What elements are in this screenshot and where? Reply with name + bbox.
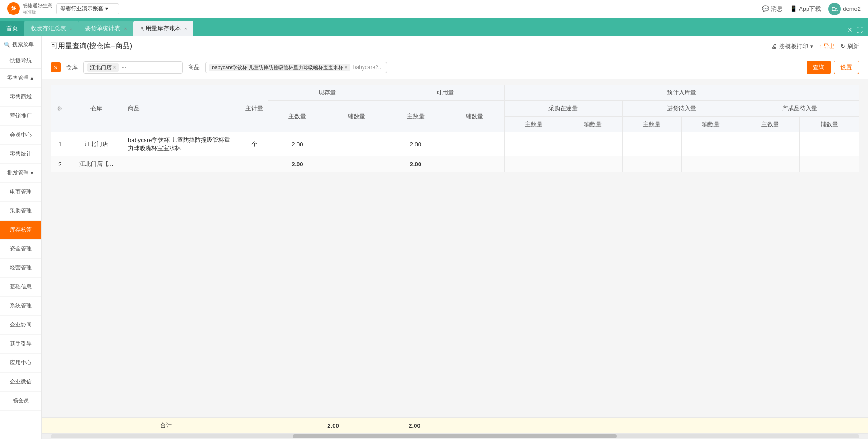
sidebar-item-retail-stats[interactable]: 零售统计 xyxy=(0,145,41,164)
sidebar-item-operations[interactable]: 经营管理 xyxy=(0,259,41,278)
sidebar-item-purchase-mgmt[interactable]: 采购管理 xyxy=(0,202,41,221)
cell-product-1: babycare学饮杯 儿童防摔防撞吸管杯重力球吸嘴杯宝宝水杯 xyxy=(123,132,241,156)
cell-seq-1: 1 xyxy=(51,132,69,156)
cell-p-aux-1 xyxy=(563,132,623,156)
export-button[interactable]: ↑ 导出 xyxy=(819,42,835,51)
th-warehouse: 仓库 xyxy=(69,85,123,132)
sidebar-item-marketing[interactable]: 营销推广 xyxy=(0,107,41,126)
sidebar-item-enterprise-wechat[interactable]: 企业微信 xyxy=(0,373,41,392)
tab-receipts-close[interactable]: × xyxy=(70,26,72,31)
refresh-button[interactable]: ↻ 刷新 xyxy=(840,42,859,51)
sidebar-item-finance[interactable]: 资金管理 xyxy=(0,240,41,259)
tab-available-stock-close[interactable]: × xyxy=(184,26,187,31)
nav-close-icon[interactable]: ✕ xyxy=(847,26,853,33)
warehouse-filter-ellipsis[interactable]: ··· xyxy=(122,64,126,71)
th-p-main: 主数量 xyxy=(504,117,563,132)
app-download-button[interactable]: 📱 App下载 xyxy=(790,5,821,13)
sidebar-item-wholesale-mgmt[interactable]: 批发管理 ▼ xyxy=(0,164,41,183)
th-unit: 主计量 xyxy=(241,85,268,132)
sidebar-item-system-mgmt[interactable]: 系统管理 xyxy=(0,297,41,316)
sidebar-item-retail-stats-label: 零售统计 xyxy=(10,150,32,158)
sidebar-item-finance-label: 资金管理 xyxy=(10,245,32,253)
tab-receipts-label: 收发存汇总表 xyxy=(31,24,66,33)
page-header: 可用量查询(按仓库+商品) 🖨 按模板打印 ▾ ↑ 导出 ↻ 刷新 xyxy=(42,36,868,56)
th-settings[interactable]: ⚙ xyxy=(51,85,69,132)
header-actions: 🖨 按模板打印 ▾ ↑ 导出 ↻ 刷新 xyxy=(771,42,859,51)
product-tag-remove[interactable]: × xyxy=(344,65,347,70)
cell-avail-aux-2 xyxy=(445,156,505,172)
sidebar-quick-nav[interactable]: 快捷导航 xyxy=(0,53,41,69)
footer-avail-main: 2.00 xyxy=(394,422,435,429)
cell-seq-2: 2 xyxy=(51,156,69,172)
warehouse-tag: 江北门店 × xyxy=(87,63,119,72)
th-stock-group: 现存量 xyxy=(268,85,386,101)
tab-order-stats-close[interactable]: × xyxy=(124,26,127,31)
product-filter-ellipsis[interactable]: babycare?... xyxy=(353,64,383,71)
message-button[interactable]: 💬 消息 xyxy=(762,5,783,13)
table-row: 2 江北门店【... 2.00 2.00 xyxy=(51,156,859,172)
sidebar-item-new-guide[interactable]: 新手引导 xyxy=(0,335,41,354)
sidebar-item-basic-info[interactable]: 基础信息 xyxy=(0,278,41,297)
print-icon: 🖨 xyxy=(771,43,777,50)
print-button[interactable]: 🖨 按模板打印 ▾ xyxy=(771,42,813,51)
cell-pr-aux-2 xyxy=(800,156,859,172)
tab-available-stock-label: 可用量库存账本 xyxy=(140,24,181,33)
scrollbar-track[interactable] xyxy=(51,434,859,438)
industry-selector[interactable]: 母婴行业演示账套 ▾ xyxy=(56,3,119,14)
nav-right-icons: ✕ ⛶ xyxy=(847,26,863,33)
logo-icon: 好 xyxy=(7,2,20,15)
expand-button[interactable]: » xyxy=(51,62,61,72)
warehouse-filter-area[interactable]: 江北门店 × ··· xyxy=(83,61,183,74)
warehouse-tag-remove[interactable]: × xyxy=(113,64,116,71)
sidebar-item-member-plus[interactable]: 畅会员 xyxy=(0,392,41,411)
th-planned-in-group: 预计入库量 xyxy=(504,85,859,101)
sidebar-item-retail-mgmt[interactable]: 零售管理 ▲ xyxy=(0,69,41,88)
th-p-aux: 辅数量 xyxy=(563,117,623,132)
sidebar-item-wholesale-mgmt-label: 批发管理 xyxy=(7,169,29,177)
product-tag-text: babycare学饮杯 儿童防摔防撞吸管杯重力球吸嘴杯宝宝水杯 xyxy=(212,64,343,71)
cell-avail-main-2: 2.00 xyxy=(386,156,445,172)
filter-row: » 仓库 江北门店 × ··· 商品 babycare学饮杯 儿童防摔防撞吸管杯… xyxy=(42,56,868,79)
warehouse-filter-label: 仓库 xyxy=(66,63,78,71)
message-icon: 💬 xyxy=(762,5,769,12)
sidebar-item-member-plus-label: 畅会员 xyxy=(13,397,29,405)
sidebar-item-retail-mall[interactable]: 零售商城 xyxy=(0,88,41,107)
nav-expand-icon[interactable]: ⛶ xyxy=(856,26,863,33)
th-pr-main: 主数量 xyxy=(741,117,800,132)
settings-button[interactable]: 设置 xyxy=(834,61,859,74)
sidebar-search[interactable]: 🔍 搜索菜单 xyxy=(0,36,41,53)
cell-pr-main-2 xyxy=(741,156,800,172)
th-avail-main: 主数量 xyxy=(386,101,445,132)
sidebar-search-label: 搜索菜单 xyxy=(12,41,34,48)
sidebar-item-enterprise-wechat-label: 企业微信 xyxy=(10,378,32,386)
product-filter-area[interactable]: babycare学饮杯 儿童防摔防撞吸管杯重力球吸嘴杯宝宝水杯 × babyca… xyxy=(205,62,387,73)
sidebar-item-member-center[interactable]: 会员中心 xyxy=(0,126,41,145)
sidebar-item-member-center-label: 会员中心 xyxy=(10,131,32,139)
page-title: 可用量查询(按仓库+商品) xyxy=(51,42,132,51)
cell-avail-aux-1 xyxy=(445,132,505,156)
scrollbar-thumb[interactable] xyxy=(293,434,616,438)
cell-product-2 xyxy=(123,156,241,172)
sidebar-item-app-center[interactable]: 应用中心 xyxy=(0,354,41,373)
th-goods-incoming: 进货待入量 xyxy=(623,101,741,117)
product-filter-label: 商品 xyxy=(188,63,200,71)
th-product: 商品 xyxy=(123,85,241,132)
cell-pr-aux-1 xyxy=(800,132,859,156)
sidebar-item-ecommerce[interactable]: 电商管理 xyxy=(0,183,41,202)
settings-icon: ⚙ xyxy=(57,105,63,112)
sidebar-item-new-guide-label: 新手引导 xyxy=(10,340,32,348)
user-info[interactable]: Ea demo2 xyxy=(828,3,861,15)
tab-receipts[interactable]: 收发存汇总表 × xyxy=(24,21,79,36)
tab-order-stats[interactable]: 要货单统计表 × xyxy=(79,21,133,36)
tab-available-stock[interactable]: 可用量库存账本 × xyxy=(133,21,193,36)
sidebar-item-app-center-label: 应用中心 xyxy=(10,359,32,367)
industry-label: 母婴行业演示账套 xyxy=(60,5,104,13)
sidebar-item-marketing-label: 营销推广 xyxy=(10,112,32,120)
sidebar-item-enterprise-collab[interactable]: 企业协同 xyxy=(0,316,41,335)
refresh-label: 刷新 xyxy=(847,42,859,51)
query-button[interactable]: 查询 xyxy=(807,61,831,74)
user-name: demo2 xyxy=(843,5,861,12)
cell-unit-1: 个 xyxy=(241,132,268,156)
sidebar-item-inventory[interactable]: 库存核算 xyxy=(0,221,41,240)
tab-home[interactable]: 首页 xyxy=(0,21,24,36)
